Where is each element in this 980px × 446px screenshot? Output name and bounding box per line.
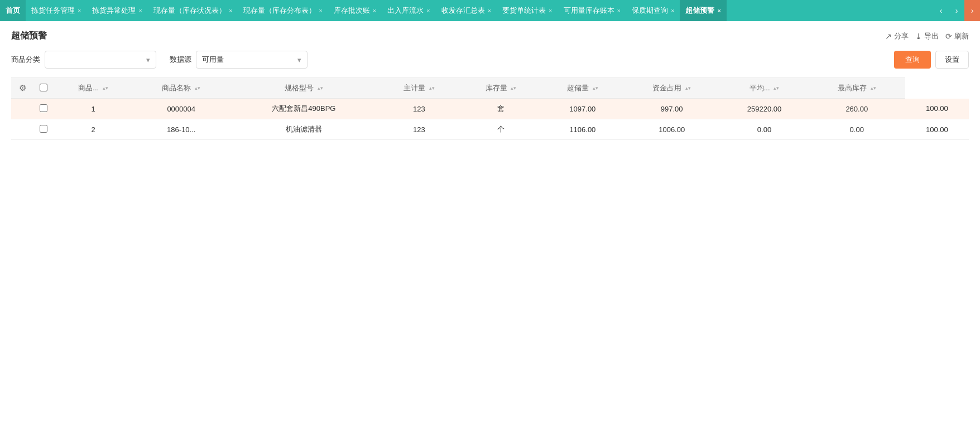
sort-arrows-spec: ▴▾ xyxy=(318,86,323,91)
export-button[interactable]: ⤓ 导出 xyxy=(915,31,939,41)
row-stock-0: 1097.00 xyxy=(542,99,624,119)
row-spec-1: 123 xyxy=(378,119,460,140)
row-num-1: 2 xyxy=(54,119,133,140)
nav-item-3[interactable]: 现存量（库存分布表）× xyxy=(238,0,328,21)
row-unit-0: 套 xyxy=(460,99,542,119)
category-dropdown-icon: ▾ xyxy=(146,56,150,64)
row-checkbox-0[interactable] xyxy=(40,104,47,112)
nav-item-2[interactable]: 现存量（库存状况表）× xyxy=(148,0,238,21)
sort-arrows-name: ▴▾ xyxy=(195,86,200,91)
datasource-select[interactable]: 可用量 ▾ xyxy=(196,51,308,69)
sort-arrows-over: ▴▾ xyxy=(593,86,598,91)
th-spec[interactable]: 规格型号 ▴▾ xyxy=(229,78,378,99)
top-navigation: 首页 拣货任务管理×拣货异常处理×现存量（库存状况表）×现存量（库存分布表）×库… xyxy=(0,0,980,21)
nav-item-1[interactable]: 拣货异常处理× xyxy=(87,0,147,21)
row-name-0: 六配套新昌490BPG xyxy=(229,99,378,119)
sort-arrows-unit: ▴▾ xyxy=(429,86,435,91)
th-code[interactable]: 商品... ▴▾ xyxy=(54,78,133,99)
nav-item-9[interactable]: 保质期查询× xyxy=(626,0,680,21)
th-stock[interactable]: 库存量 ▴▾ xyxy=(460,78,542,99)
nav-close-5[interactable]: × xyxy=(426,7,430,14)
th-capital[interactable]: 资金占用 ▴▾ xyxy=(623,78,720,99)
nav-close-9[interactable]: × xyxy=(671,7,674,14)
category-select[interactable]: ▾ xyxy=(45,51,156,69)
header-actions: ↗ 分享 ⤓ 导出 ⟳ 刷新 xyxy=(885,31,969,41)
nav-close-4[interactable]: × xyxy=(373,7,376,14)
settings-button[interactable]: 设置 xyxy=(935,51,969,69)
sort-arrows-avg: ▴▾ xyxy=(774,86,779,91)
nav-item-6[interactable]: 收发存汇总表× xyxy=(436,0,497,21)
nav-prev-button[interactable]: ‹ xyxy=(933,0,949,21)
row-avg-0: 260.00 xyxy=(809,99,905,119)
refresh-icon: ⟳ xyxy=(945,32,952,41)
row-maxstock-1: 100.00 xyxy=(905,119,969,140)
row-num-0: 1 xyxy=(54,99,133,119)
data-table: ⚙ 商品... ▴▾ 商品名称 ▴▾ 规格型号 ▴▾ 主计 xyxy=(11,77,969,140)
page-header: 超储预警 ↗ 分享 ⤓ 导出 ⟳ 刷新 xyxy=(11,30,969,42)
row-stock-1: 1106.00 xyxy=(542,119,624,140)
row-checkbox-cell xyxy=(33,99,54,119)
nav-next-button[interactable]: › xyxy=(949,0,964,21)
nav-item-5[interactable]: 出入库流水× xyxy=(382,0,435,21)
sort-arrows-capital: ▴▾ xyxy=(685,86,691,91)
row-unit-1: 个 xyxy=(460,119,542,140)
refresh-button[interactable]: ⟳ 刷新 xyxy=(945,31,969,41)
th-maxstock[interactable]: 最高库存 ▴▾ xyxy=(809,78,905,99)
table-header: ⚙ 商品... ▴▾ 商品名称 ▴▾ 规格型号 ▴▾ 主计 xyxy=(11,78,969,99)
datasource-label: 数据源 xyxy=(170,55,191,65)
row-checkbox-1[interactable] xyxy=(40,125,47,133)
nav-item-7[interactable]: 要货单统计表× xyxy=(497,0,558,21)
nav-item-0[interactable]: 拣货任务管理× xyxy=(26,0,87,21)
gear-icon[interactable]: ⚙ xyxy=(19,83,26,93)
nav-close-2[interactable]: × xyxy=(229,7,232,14)
nav-item-4[interactable]: 库存批次账× xyxy=(328,0,382,21)
nav-close-7[interactable]: × xyxy=(549,7,552,14)
row-spec-0: 123 xyxy=(378,99,460,119)
nav-close-6[interactable]: × xyxy=(488,7,491,14)
export-icon: ⤓ xyxy=(915,32,922,41)
filter-row: 商品分类 ▾ 数据源 可用量 ▾ 查询 设置 xyxy=(11,51,969,69)
datasource-filter-group: 数据源 可用量 ▾ xyxy=(170,51,308,69)
nav-home[interactable]: 首页 xyxy=(0,0,26,21)
sort-arrows-code: ▴▾ xyxy=(103,86,108,91)
page-title: 超储预警 xyxy=(11,30,47,42)
th-checkbox xyxy=(33,78,54,99)
table-row: 10000004六配套新昌490BPG123套1097.00997.002592… xyxy=(11,99,969,119)
filter-action-buttons: 查询 设置 xyxy=(894,51,969,69)
share-button[interactable]: ↗ 分享 xyxy=(885,31,909,41)
nav-close-3[interactable]: × xyxy=(319,7,322,14)
table-body: 10000004六配套新昌490BPG123套1097.00997.002592… xyxy=(11,99,969,140)
row-avg-1: 0.00 xyxy=(809,119,905,140)
nav-arrows: ‹ › › xyxy=(933,0,980,21)
sort-arrows-stock: ▴▾ xyxy=(511,86,516,91)
row-gear-cell xyxy=(11,99,33,119)
row-over-0: 997.00 xyxy=(623,99,720,119)
nav-close-10[interactable]: × xyxy=(717,7,720,14)
row-code-0: 0000004 xyxy=(133,99,229,119)
nav-close-0[interactable]: × xyxy=(78,7,81,14)
nav-close-8[interactable]: × xyxy=(617,7,621,14)
row-capital-1: 0.00 xyxy=(720,119,808,140)
th-unit[interactable]: 主计量 ▴▾ xyxy=(378,78,460,99)
datasource-dropdown-icon: ▾ xyxy=(297,56,301,64)
select-all-checkbox[interactable] xyxy=(40,84,47,91)
nav-more-button[interactable]: › xyxy=(964,0,980,21)
sort-arrows-maxstock: ▴▾ xyxy=(871,86,876,91)
table-row: 2186-10...机油滤清器123个1106.001006.000.000.0… xyxy=(11,119,969,140)
nav-item-10[interactable]: 超储预警× xyxy=(680,0,726,21)
row-code-1: 186-10... xyxy=(133,119,229,140)
row-capital-0: 259220.00 xyxy=(720,99,808,119)
datasource-select-value: 可用量 xyxy=(202,55,224,65)
page-content: 超储预警 ↗ 分享 ⤓ 导出 ⟳ 刷新 商品分类 ▾ 数据源 xyxy=(0,21,980,446)
query-button[interactable]: 查询 xyxy=(894,51,931,69)
th-avg[interactable]: 平均... ▴▾ xyxy=(720,78,808,99)
nav-close-1[interactable]: × xyxy=(138,7,142,14)
th-over[interactable]: 超储量 ▴▾ xyxy=(542,78,624,99)
category-label: 商品分类 xyxy=(11,55,40,65)
row-checkbox-cell xyxy=(33,119,54,140)
th-name[interactable]: 商品名称 ▴▾ xyxy=(133,78,229,99)
share-icon: ↗ xyxy=(885,32,892,41)
row-name-1: 机油滤清器 xyxy=(229,119,378,140)
row-gear-cell xyxy=(11,119,33,140)
nav-item-8[interactable]: 可用量库存账本× xyxy=(558,0,626,21)
